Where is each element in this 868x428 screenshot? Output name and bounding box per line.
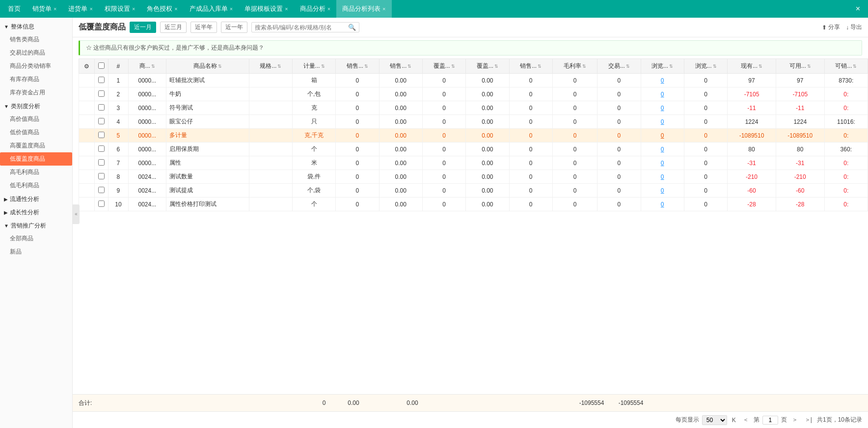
sidebar-item-stock-capital[interactable]: 库存资金占用 xyxy=(0,86,72,99)
row-checkbox[interactable] xyxy=(98,200,105,207)
col-unit-header[interactable]: 计量...⇅ xyxy=(292,59,335,74)
table-cell: 0 xyxy=(684,143,727,156)
table-cell[interactable] xyxy=(95,115,108,129)
col-coverage2-header[interactable]: 覆盖...⇅ xyxy=(466,59,509,74)
page-size-select[interactable]: 50 100 200 xyxy=(702,415,727,425)
row-checkbox[interactable] xyxy=(98,187,105,193)
col-sales2-header[interactable]: 销售...⇅ xyxy=(509,59,552,74)
close-permissions-tab[interactable]: × xyxy=(132,6,135,12)
sidebar-item-low-profit[interactable]: 低毛利商品 xyxy=(0,179,72,192)
sidebar-section-quality[interactable]: ▼ 类别度分析 xyxy=(0,99,72,113)
col-checkbox[interactable] xyxy=(95,59,108,74)
tab-purchase[interactable]: 进货单 × xyxy=(62,0,98,18)
prev-prev-page[interactable]: K xyxy=(730,416,738,425)
sidebar-item-traded-goods[interactable]: 交易过的商品 xyxy=(0,46,72,59)
sidebar-collapse-button[interactable]: « xyxy=(73,204,80,224)
sidebar-item-high-value[interactable]: 高价值商品 xyxy=(0,113,72,126)
sidebar-item-low-coverage[interactable]: 低覆盖度商品 xyxy=(0,152,72,166)
date-filter-6month[interactable]: 近半年 xyxy=(190,22,217,33)
search-box[interactable]: 🔍 xyxy=(251,22,359,32)
table-cell[interactable] xyxy=(95,101,108,115)
col-browse1-header[interactable]: 浏览...⇅ xyxy=(641,59,684,74)
close-analysis-tab[interactable]: × xyxy=(327,6,330,12)
row-checkbox[interactable] xyxy=(98,90,105,97)
row-checkbox[interactable] xyxy=(98,104,105,111)
tab-products[interactable]: 产成品入库单 × xyxy=(184,0,239,18)
row-checkbox[interactable] xyxy=(98,145,105,152)
table-cell[interactable] xyxy=(95,156,108,170)
table-cell[interactable] xyxy=(95,74,108,87)
close-window-button[interactable]: × xyxy=(850,4,866,13)
table-cell: 80 xyxy=(776,143,824,156)
col-sales-amount-header[interactable]: 销售...⇅ xyxy=(379,59,422,74)
share-button[interactable]: ⬆ 分享 xyxy=(822,23,840,31)
table-cell: 0.00 xyxy=(466,170,509,184)
close-analysis-list-tab[interactable]: × xyxy=(382,6,385,12)
tab-home[interactable]: 首页 xyxy=(2,0,27,18)
close-templates-tab[interactable]: × xyxy=(285,6,288,12)
col-spec-header[interactable]: 规格...⇅ xyxy=(249,59,292,74)
sidebar-item-promo-rate[interactable]: 商品分类动销率 xyxy=(0,59,72,73)
col-available-header[interactable]: 可用...⇅ xyxy=(776,59,824,74)
table-row: 100024...属性价格打印测试个00.0000.0000000-28-280… xyxy=(79,198,868,211)
col-name-header[interactable]: 商品名称⇅ xyxy=(166,59,249,74)
tab-roles[interactable]: 角色授权 × xyxy=(141,0,183,18)
sidebar-item-low-value[interactable]: 低价值商品 xyxy=(0,126,72,139)
table-cell: 0.00 xyxy=(379,198,422,211)
date-filter-3month[interactable]: 近三月 xyxy=(160,22,187,33)
table-cell[interactable] xyxy=(95,143,108,156)
row-checkbox[interactable] xyxy=(98,118,105,124)
close-purchase-tab[interactable]: × xyxy=(89,6,92,12)
table-cell[interactable] xyxy=(95,129,108,143)
sidebar-item-high-coverage[interactable]: 高覆盖度商品 xyxy=(0,139,72,152)
page-input[interactable] xyxy=(762,416,778,425)
tab-analysis-list[interactable]: 商品分析列表 × xyxy=(336,0,391,18)
row-checkbox[interactable] xyxy=(98,77,105,83)
export-button[interactable]: ↓ 导出 xyxy=(846,23,862,31)
sidebar-section-marketing[interactable]: ▼ 营销推广分析 xyxy=(0,219,72,232)
row-checkbox[interactable] xyxy=(98,173,105,179)
tab-analysis[interactable]: 商品分析 × xyxy=(294,0,336,18)
col-sales-qty-header[interactable]: 销售...⇅ xyxy=(336,59,379,74)
col-sellable-header[interactable]: 可销...⇅ xyxy=(824,59,868,74)
table-cell[interactable] xyxy=(95,198,108,211)
col-profit-rate-header[interactable]: 毛利率⇅ xyxy=(552,59,597,74)
close-roles-tab[interactable]: × xyxy=(174,6,177,12)
table-cell[interactable] xyxy=(95,170,108,184)
col-current-header[interactable]: 现有...⇅ xyxy=(728,59,776,74)
sidebar-item-sales-goods[interactable]: 销售类商品 xyxy=(0,33,72,46)
table-cell[interactable] xyxy=(95,87,108,101)
col-settings[interactable]: ⚙ xyxy=(79,59,95,74)
sidebar-item-all-goods[interactable]: 全部商品 xyxy=(0,232,72,245)
row-checkbox[interactable] xyxy=(98,132,105,138)
sidebar-item-high-profit[interactable]: 高毛利商品 xyxy=(0,166,72,179)
select-all-checkbox[interactable] xyxy=(98,62,105,69)
table-cell: -31 xyxy=(776,156,824,170)
next-page[interactable]: ＞ xyxy=(790,415,800,425)
table-header-row: ⚙ # 商...⇅ 商品名称⇅ 规格...⇅ 计量...⇅ 销售...⇅ 销售.… xyxy=(79,59,868,74)
sidebar-section-overall[interactable]: ▼ 整体信息 xyxy=(0,20,72,33)
col-coverage1-header[interactable]: 覆盖...⇅ xyxy=(422,59,465,74)
date-filter-1month[interactable]: 近一月 xyxy=(130,22,156,33)
tab-sales[interactable]: 销货单 × xyxy=(27,0,62,18)
table-cell[interactable] xyxy=(95,184,108,198)
col-browse2-header[interactable]: 浏览...⇅ xyxy=(684,59,727,74)
search-icon[interactable]: 🔍 xyxy=(348,24,356,31)
next-next-page[interactable]: ＞| xyxy=(803,415,814,425)
col-code-header[interactable]: 商...⇅ xyxy=(128,59,166,74)
row-checkbox[interactable] xyxy=(98,159,105,166)
table-cell: 0 xyxy=(422,74,465,87)
sidebar-item-has-stock[interactable]: 有库存商品 xyxy=(0,73,72,86)
close-products-tab[interactable]: × xyxy=(230,6,233,12)
tab-templates[interactable]: 单据模板设置 × xyxy=(239,0,294,18)
col-trade-header[interactable]: 交易...⇅ xyxy=(597,59,641,74)
prev-page[interactable]: ＜ xyxy=(741,415,751,425)
sidebar-item-new-goods[interactable]: 新品 xyxy=(0,245,72,258)
sidebar-section-flow[interactable]: ▶ 流通性分析 xyxy=(0,192,72,205)
date-filter-1year[interactable]: 近一年 xyxy=(221,22,247,33)
tab-permissions[interactable]: 权限设置 × xyxy=(99,0,141,18)
sidebar-section-growth[interactable]: ▶ 成长性分析 xyxy=(0,205,72,219)
search-input[interactable] xyxy=(255,24,346,31)
data-table-wrapper[interactable]: ⚙ # 商...⇅ 商品名称⇅ 规格...⇅ 计量...⇅ 销售...⇅ 销售.… xyxy=(73,58,868,394)
close-sales-tab[interactable]: × xyxy=(54,6,56,12)
